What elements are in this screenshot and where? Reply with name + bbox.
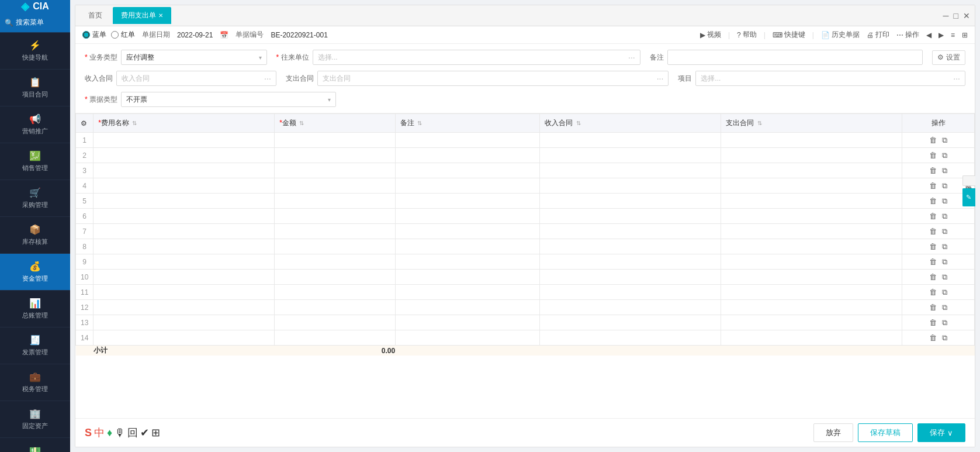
expense-contract-cell[interactable]: [721, 300, 902, 315]
expense-contract-cell[interactable]: [721, 239, 902, 254]
help-btn[interactable]: ? 帮助: [737, 30, 757, 40]
sidebar-item-procurement[interactable]: 🛒 采购管理: [0, 180, 70, 217]
expense-contract-cell[interactable]: [721, 285, 902, 300]
sidebar-item-marketing[interactable]: 📢 营销推广: [0, 106, 70, 143]
expense-name-cell[interactable]: [94, 239, 275, 254]
delete-row-icon[interactable]: 🗑: [929, 288, 937, 296]
sort-amount[interactable]: ⇅: [299, 120, 304, 126]
delete-row-icon[interactable]: 🗑: [929, 227, 937, 236]
expense-name-cell[interactable]: [94, 163, 275, 178]
amount-cell[interactable]: [275, 315, 396, 330]
income-contract-cell[interactable]: [540, 330, 721, 346]
sidebar-item-accounting[interactable]: 📊 总账管理: [0, 291, 70, 327]
sidebar-item-salary[interactable]: 💵 工资: [0, 438, 70, 452]
settings-top-btn[interactable]: ⚙ 设置: [932, 50, 965, 65]
video-btn[interactable]: ▶ 视频: [700, 30, 721, 40]
expense-contract-cell[interactable]: [721, 270, 902, 285]
copy-row-icon[interactable]: ⧉: [942, 242, 947, 251]
remark-cell[interactable]: [395, 178, 540, 194]
radio-red-input[interactable]: [111, 31, 119, 39]
save-draft-button[interactable]: 保存草稿: [858, 423, 913, 442]
date-picker-icon[interactable]: 📅: [220, 31, 228, 39]
delete-row-icon[interactable]: 🗑: [929, 151, 937, 160]
remark-cell[interactable]: [395, 133, 540, 148]
history-btn[interactable]: 📄 历史单据: [821, 30, 860, 40]
expense-name-cell[interactable]: [94, 148, 275, 163]
expense-contract-cell[interactable]: [721, 209, 902, 224]
income-contract-input[interactable]: 收入合同 ···: [116, 71, 276, 86]
copy-row-icon[interactable]: ⧉: [942, 136, 947, 144]
remark-cell[interactable]: [395, 194, 540, 209]
expense-contract-cell[interactable]: [721, 254, 902, 270]
amount-cell[interactable]: [275, 178, 396, 194]
amount-cell[interactable]: [275, 239, 396, 254]
income-contract-cell[interactable]: [540, 163, 721, 178]
expense-contract-cell[interactable]: [721, 148, 902, 163]
delete-row-icon[interactable]: 🗑: [929, 196, 937, 205]
delete-row-icon[interactable]: 🗑: [929, 181, 937, 190]
nav-prev-btn[interactable]: ◀: [926, 31, 931, 39]
window-close-btn[interactable]: ✕: [963, 11, 970, 20]
remark-cell[interactable]: [395, 224, 540, 239]
amount-cell[interactable]: [275, 285, 396, 300]
expense-name-cell[interactable]: [94, 254, 275, 270]
sort-expense-name[interactable]: ⇅: [132, 120, 137, 126]
project-input[interactable]: 选择... ···: [695, 71, 965, 86]
copy-row-icon[interactable]: ⧉: [942, 151, 947, 160]
income-contract-cell[interactable]: [540, 224, 721, 239]
copy-row-icon[interactable]: ⧉: [942, 288, 947, 296]
income-contract-cell[interactable]: [540, 270, 721, 285]
expense-name-cell[interactable]: [94, 133, 275, 148]
copy-row-icon[interactable]: ⧉: [942, 257, 947, 266]
delete-row-icon[interactable]: 🗑: [929, 257, 937, 266]
sort-expense-contract[interactable]: ⇅: [757, 120, 762, 126]
expense-name-cell[interactable]: [94, 209, 275, 224]
expense-contract-cell[interactable]: [721, 163, 902, 178]
view-grid-btn[interactable]: ⊞: [962, 31, 968, 39]
amount-cell[interactable]: [275, 300, 396, 315]
sidebar-search[interactable]: 🔍 搜索菜单: [0, 13, 70, 33]
shortcut-btn[interactable]: ⌨ 快捷键: [773, 30, 805, 40]
remark-cell[interactable]: [395, 239, 540, 254]
expense-name-cell[interactable]: [94, 194, 275, 209]
nav-next-btn[interactable]: ▶: [939, 31, 944, 39]
delete-row-icon[interactable]: 🗑: [929, 166, 937, 175]
discard-button[interactable]: 放弃: [813, 423, 853, 442]
date-value[interactable]: 2022-09-21: [177, 31, 213, 39]
remark-cell[interactable]: [395, 285, 540, 300]
delete-row-icon[interactable]: 🗑: [929, 303, 937, 312]
copy-row-icon[interactable]: ⧉: [942, 227, 947, 236]
remark-cell[interactable]: [395, 330, 540, 346]
sidebar-item-finance[interactable]: 💰 资金管理: [0, 254, 70, 291]
copy-row-icon[interactable]: ⧉: [942, 333, 947, 342]
sidebar-item-project-contract[interactable]: 📋 项目合同: [0, 70, 70, 106]
remark-cell[interactable]: [395, 163, 540, 178]
expense-name-cell[interactable]: [94, 285, 275, 300]
expense-contract-cell[interactable]: [721, 224, 902, 239]
income-contract-cell[interactable]: [540, 300, 721, 315]
radio-red[interactable]: 红单: [111, 30, 135, 40]
copy-row-icon[interactable]: ⧉: [942, 318, 947, 327]
expense-name-cell[interactable]: [94, 178, 275, 194]
copy-row-icon[interactable]: ⧉: [942, 181, 947, 190]
copy-row-icon[interactable]: ⧉: [942, 166, 947, 175]
copy-row-icon[interactable]: ⧉: [942, 196, 947, 205]
business-type-input[interactable]: 应付调整: [121, 50, 267, 65]
tab-expense-close[interactable]: ✕: [158, 12, 163, 19]
amount-cell[interactable]: [275, 209, 396, 224]
col-income-contract[interactable]: 收入合同 ⇅: [540, 114, 721, 133]
income-contract-cell[interactable]: [540, 178, 721, 194]
expense-contract-cell[interactable]: [721, 315, 902, 330]
remark-input[interactable]: [667, 50, 923, 65]
delete-row-icon[interactable]: 🗑: [929, 333, 937, 342]
expense-name-cell[interactable]: [94, 270, 275, 285]
income-contract-cell[interactable]: [540, 133, 721, 148]
col-config[interactable]: ⚙: [76, 114, 94, 133]
remark-cell[interactable]: [395, 148, 540, 163]
expense-contract-cell[interactable]: [721, 133, 902, 148]
radio-blue-input[interactable]: [82, 31, 90, 39]
tab-home[interactable]: 首页: [80, 7, 110, 24]
sidebar-item-sales[interactable]: 💹 销售管理: [0, 143, 70, 180]
partner-input[interactable]: 选择... ···: [313, 50, 640, 65]
income-contract-cell[interactable]: [540, 254, 721, 270]
